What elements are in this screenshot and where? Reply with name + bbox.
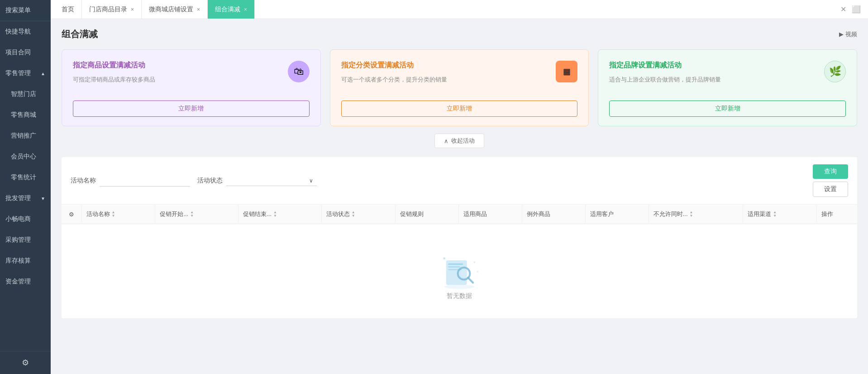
video-link[interactable]: ▶ 视频 bbox=[839, 30, 857, 38]
filter-status-select[interactable]: ∨ bbox=[226, 176, 317, 186]
sort-icon-channel: ▲▼ bbox=[773, 211, 777, 218]
tab-close-store-catalog[interactable]: × bbox=[131, 6, 134, 13]
collapse-bar: ∧ 收起活动 bbox=[62, 134, 857, 148]
filter-status-item: 活动状态 ∨ bbox=[197, 176, 317, 186]
query-button[interactable]: 查询 bbox=[813, 164, 848, 179]
category-card-title: 指定分类设置满减活动 bbox=[341, 61, 578, 70]
empty-text: 暂无数据 bbox=[447, 292, 472, 300]
category-card-add-btn[interactable]: 立即新增 bbox=[341, 101, 578, 117]
th-exception: 例外商品 bbox=[522, 205, 585, 224]
content-area: 组合满减 ▶ 视频 🛍 指定商品设置满减活动 可指定滞销商品或库存较多商品 立即… bbox=[51, 19, 868, 374]
sidebar-search[interactable]: 搜索菜单 bbox=[0, 0, 51, 21]
sidebar-item-retail-stats[interactable]: 零售统计 bbox=[0, 167, 51, 188]
filter-buttons: 查询 设置 bbox=[813, 164, 848, 197]
settings-icon[interactable]: ⚙ bbox=[22, 358, 29, 368]
th-no-combine[interactable]: 不允许同时... ▲▼ bbox=[649, 205, 743, 224]
th-channel[interactable]: 适用渠道 ▲▼ bbox=[743, 205, 817, 224]
brand-card-icon: 🌿 bbox=[824, 61, 846, 82]
sidebar-item-member-center[interactable]: 会员中心 bbox=[0, 146, 51, 167]
th-status[interactable]: 活动状态 ▲▼ bbox=[321, 205, 395, 224]
sort-icon-name: ▲▼ bbox=[112, 211, 115, 218]
tab-bar-right: ✕ ⬜ bbox=[840, 5, 861, 14]
tab-bar: 首页 门店商品目录 × 微商城店铺设置 × 组合满减 × ✕ ⬜ bbox=[51, 0, 868, 19]
brand-card-desc: 适合与上游企业联合做营销，提升品牌销量 bbox=[609, 76, 846, 91]
table-header-row: ⚙ 活动名称 ▲▼ 促销开始... ▲▼ bbox=[62, 205, 857, 224]
sidebar-item-purchase-mgmt[interactable]: 采购管理 bbox=[0, 230, 51, 250]
svg-point-8 bbox=[443, 257, 445, 259]
sort-icon-start: ▲▼ bbox=[190, 211, 194, 218]
brand-card-title: 指定品牌设置满减活动 bbox=[609, 61, 846, 70]
sort-icon-end: ▲▼ bbox=[273, 211, 277, 218]
svg-line-7 bbox=[468, 278, 473, 283]
category-card-desc: 可选一个或者多个分类，提升分类的销量 bbox=[341, 76, 578, 91]
th-customer: 适用客户 bbox=[585, 205, 649, 224]
sidebar-item-smart-store[interactable]: 智慧门店 bbox=[0, 84, 51, 105]
dropdown-icon: ∨ bbox=[309, 177, 313, 184]
data-table: ⚙ 活动名称 ▲▼ 促销开始... ▲▼ bbox=[62, 205, 857, 318]
th-settings[interactable]: ⚙ bbox=[62, 205, 81, 224]
product-card-add-btn[interactable]: 立即新增 bbox=[73, 101, 310, 117]
close-window-icon[interactable]: ✕ bbox=[840, 5, 846, 14]
data-table-wrapper: ⚙ 活动名称 ▲▼ 促销开始... ▲▼ bbox=[62, 205, 857, 318]
page-header: 组合满减 ▶ 视频 bbox=[62, 28, 857, 40]
product-card-desc: 可指定滞销商品或库存较多商品 bbox=[73, 76, 310, 91]
th-rule: 促销规则 bbox=[395, 205, 458, 224]
sidebar-item-finance[interactable]: 资金管理 bbox=[0, 271, 51, 292]
collapse-activity-btn[interactable]: ∧ 收起活动 bbox=[434, 134, 484, 148]
table-body: 暂无数据 bbox=[62, 224, 857, 319]
sidebar: 搜索菜单 快捷导航 项目合同 零售管理 ▲ 智慧门店 零售商城 营销推广 会员中… bbox=[0, 0, 51, 374]
product-card-title: 指定商品设置满减活动 bbox=[73, 61, 310, 70]
filter-name-input[interactable] bbox=[100, 175, 190, 187]
sidebar-item-quick-nav[interactable]: 快捷导航 bbox=[0, 21, 51, 42]
sidebar-item-project-contract[interactable]: 项目合同 bbox=[0, 42, 51, 63]
main-area: 首页 门店商品目录 × 微商城店铺设置 × 组合满减 × ✕ ⬜ 组合满减 ▶ … bbox=[51, 0, 868, 374]
activity-cards: 🛍 指定商品设置满减活动 可指定滞销商品或库存较多商品 立即新增 ▦ 指定分类设… bbox=[62, 49, 857, 126]
empty-state: 暂无数据 bbox=[62, 224, 857, 318]
chevron-down-icon: ▼ bbox=[41, 196, 45, 201]
th-action: 操作 bbox=[817, 205, 857, 224]
settings-button[interactable]: 设置 bbox=[813, 182, 848, 197]
tab-close-weshop[interactable]: × bbox=[197, 6, 200, 13]
filter-name-label: 活动名称 bbox=[71, 177, 96, 185]
svg-point-6 bbox=[460, 270, 468, 278]
sidebar-item-retail-mall[interactable]: 零售商城 bbox=[0, 105, 51, 125]
brand-card-add-btn[interactable]: 立即新增 bbox=[609, 101, 846, 117]
category-activity-card: ▦ 指定分类设置满减活动 可选一个或者多个分类，提升分类的销量 立即新增 bbox=[330, 49, 589, 126]
restore-window-icon[interactable]: ⬜ bbox=[852, 5, 861, 14]
sort-icon-no-combine: ▲▼ bbox=[690, 211, 693, 218]
th-end[interactable]: 促销结束... ▲▼ bbox=[238, 205, 322, 224]
sidebar-item-ecommerce[interactable]: 小畅电商 bbox=[0, 209, 51, 230]
th-start[interactable]: 促销开始... ▲▼ bbox=[155, 205, 238, 224]
brand-activity-card: 🌿 指定品牌设置满减活动 适合与上游企业联合做营销，提升品牌销量 立即新增 bbox=[598, 49, 857, 126]
filter-table-container: 活动名称 活动状态 ∨ 查询 设置 bbox=[62, 157, 857, 318]
filter-name-item: 活动名称 bbox=[71, 175, 190, 187]
filter-status-label: 活动状态 bbox=[197, 177, 223, 185]
svg-point-0 bbox=[444, 284, 475, 289]
product-card-icon: 🛍 bbox=[288, 61, 310, 82]
sidebar-item-inventory[interactable]: 库存核算 bbox=[0, 250, 51, 271]
empty-state-row: 暂无数据 bbox=[62, 224, 857, 319]
empty-illustration-icon bbox=[437, 251, 482, 292]
play-icon: ▶ bbox=[839, 31, 844, 38]
th-name[interactable]: 活动名称 ▲▼ bbox=[81, 205, 155, 224]
tab-weshop-settings[interactable]: 微商城店铺设置 × bbox=[142, 0, 208, 19]
product-activity-card: 🛍 指定商品设置满减活动 可指定滞销商品或库存较多商品 立即新增 bbox=[62, 49, 321, 126]
sidebar-bottom: ⚙ bbox=[0, 351, 51, 374]
svg-rect-2 bbox=[448, 264, 463, 265]
sidebar-item-retail-mgmt[interactable]: 零售管理 ▲ bbox=[0, 63, 51, 84]
svg-point-9 bbox=[474, 262, 475, 263]
chevron-up-icon: ▲ bbox=[41, 71, 45, 76]
category-card-icon: ▦ bbox=[556, 61, 577, 82]
tab-combo-discount[interactable]: 组合满减 × bbox=[208, 0, 255, 19]
collapse-icon: ∧ bbox=[444, 138, 448, 144]
svg-point-10 bbox=[477, 271, 478, 273]
th-product: 适用商品 bbox=[458, 205, 522, 224]
tab-home[interactable]: 首页 bbox=[54, 0, 82, 19]
sidebar-item-wholesale-mgmt[interactable]: 批发管理 ▼ bbox=[0, 188, 51, 209]
filter-row: 活动名称 活动状态 ∨ 查询 设置 bbox=[62, 157, 857, 205]
sort-icon-status: ▲▼ bbox=[352, 211, 355, 218]
sidebar-item-marketing[interactable]: 营销推广 bbox=[0, 125, 51, 146]
tab-store-catalog[interactable]: 门店商品目录 × bbox=[82, 0, 142, 19]
tab-close-combo[interactable]: × bbox=[244, 6, 247, 13]
svg-rect-3 bbox=[448, 266, 460, 268]
